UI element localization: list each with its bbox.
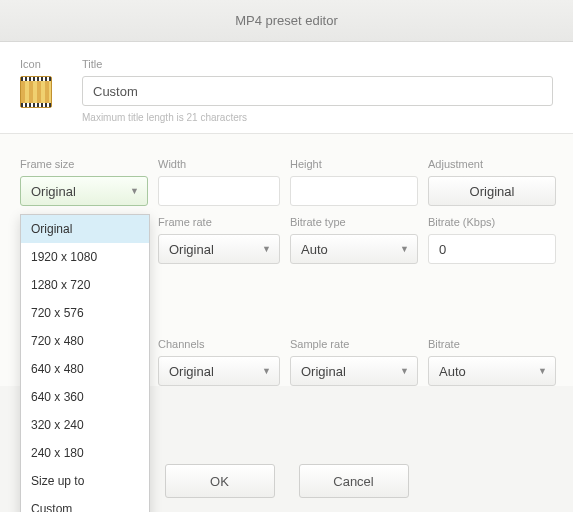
channels-select[interactable]: Original ▼ [158, 356, 280, 386]
icon-label: Icon [20, 58, 64, 70]
frame-size-option[interactable]: Custom [21, 495, 149, 512]
frame-size-option[interactable]: Original [21, 215, 149, 243]
bitrate-kbps-label: Bitrate (Kbps) [428, 216, 556, 228]
width-label: Width [158, 158, 280, 170]
bitrate-type-value: Auto [301, 242, 328, 257]
height-input[interactable] [290, 176, 418, 206]
frame-size-option[interactable]: 640 x 360 [21, 383, 149, 411]
film-icon[interactable] [20, 76, 52, 108]
frame-size-option[interactable]: 1280 x 720 [21, 271, 149, 299]
height-label: Height [290, 158, 418, 170]
frame-size-option[interactable]: 240 x 180 [21, 439, 149, 467]
frame-size-option[interactable]: 320 x 240 [21, 411, 149, 439]
frame-rate-label: Frame rate [158, 216, 280, 228]
frame-size-option[interactable]: Size up to [21, 467, 149, 495]
window-titlebar: MP4 preset editor [0, 0, 573, 42]
frame-size-value: Original [31, 184, 76, 199]
sample-rate-select[interactable]: Original ▼ [290, 356, 418, 386]
bitrate-type-label: Bitrate type [290, 216, 418, 228]
audio-bitrate-label: Bitrate [428, 338, 556, 350]
channels-label: Channels [158, 338, 280, 350]
frame-size-option[interactable]: 720 x 480 [21, 327, 149, 355]
width-input[interactable] [158, 176, 280, 206]
chevron-down-icon: ▼ [262, 244, 271, 254]
sample-rate-label: Sample rate [290, 338, 418, 350]
channels-value: Original [169, 364, 214, 379]
sample-rate-value: Original [301, 364, 346, 379]
chevron-down-icon: ▼ [400, 244, 409, 254]
audio-bitrate-select[interactable]: Auto ▼ [428, 356, 556, 386]
frame-rate-select[interactable]: Original ▼ [158, 234, 280, 264]
frame-size-option[interactable]: 640 x 480 [21, 355, 149, 383]
chevron-down-icon: ▼ [130, 186, 139, 196]
title-label: Title [82, 58, 553, 70]
chevron-down-icon: ▼ [400, 366, 409, 376]
frame-size-option[interactable]: 1920 x 1080 [21, 243, 149, 271]
frame-size-dropdown[interactable]: Original1920 x 10801280 x 720720 x 57672… [20, 214, 150, 512]
adjustment-button[interactable]: Original [428, 176, 556, 206]
ok-button[interactable]: OK [165, 464, 275, 498]
title-input[interactable] [82, 76, 553, 106]
frame-rate-value: Original [169, 242, 214, 257]
audio-bitrate-value: Auto [439, 364, 466, 379]
frame-size-label: Frame size [20, 158, 148, 170]
adjustment-value: Original [470, 184, 515, 199]
title-hint: Maximum title length is 21 characters [82, 112, 553, 123]
frame-size-select[interactable]: Original ▼ [20, 176, 148, 206]
chevron-down-icon: ▼ [538, 366, 547, 376]
adjustment-label: Adjustment [428, 158, 556, 170]
header-section: Icon Title Maximum title length is 21 ch… [0, 42, 573, 134]
bitrate-kbps-input[interactable] [428, 234, 556, 264]
bitrate-type-select[interactable]: Auto ▼ [290, 234, 418, 264]
chevron-down-icon: ▼ [262, 366, 271, 376]
window-title: MP4 preset editor [235, 13, 338, 28]
frame-size-option[interactable]: 720 x 576 [21, 299, 149, 327]
cancel-button[interactable]: Cancel [299, 464, 409, 498]
